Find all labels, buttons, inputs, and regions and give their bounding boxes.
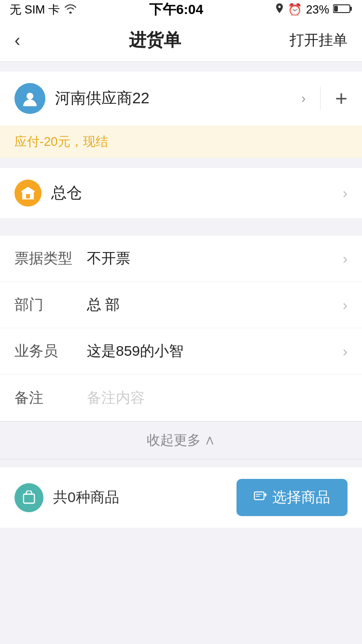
gap-2 (0, 158, 362, 168)
warehouse-icon (14, 180, 42, 207)
warehouse-name: 总仓 (51, 182, 343, 204)
product-bar: 共0种商品 选择商品 (0, 467, 362, 528)
svg-rect-2 (350, 7, 352, 11)
carrier-text: 无 SIM 卡 (10, 2, 60, 17)
page-title: 进货单 (129, 28, 181, 52)
svg-rect-6 (24, 494, 35, 503)
field-label-remarks: 备注 (14, 388, 82, 408)
field-label-invoice-type: 票据类型 (14, 249, 82, 268)
battery-icon (333, 3, 352, 16)
gap-1 (0, 62, 362, 71)
field-row-invoice-type[interactable]: 票据类型 不开票 › (0, 236, 362, 282)
svg-point-4 (27, 93, 33, 99)
field-label-salesperson: 业务员 (14, 341, 82, 361)
field-label-department: 部门 (14, 295, 82, 315)
wifi-icon (64, 3, 77, 16)
warehouse-section: 总仓 › (0, 168, 362, 218)
select-product-button[interactable]: 选择商品 (237, 479, 348, 516)
field-row-department[interactable]: 部门 总 部 › (0, 282, 362, 328)
status-time: 下午6:04 (149, 0, 203, 19)
product-count: 共0种商品 (53, 488, 237, 507)
svg-rect-5 (26, 194, 30, 198)
field-placeholder-remarks[interactable]: 备注内容 (82, 388, 348, 408)
supplier-row[interactable]: 河南供应商22 › + (0, 71, 362, 126)
field-row-salesperson[interactable]: 业务员 这是859的小智 › (0, 328, 362, 375)
svg-rect-3 (334, 6, 338, 12)
supplier-avatar (14, 83, 45, 114)
supplier-divider (320, 87, 320, 110)
nav-bar: ‹ 进货单 打开挂单 (0, 19, 362, 62)
notice-text: 应付-20元，现结 (14, 134, 108, 149)
field-chevron-department: › (343, 297, 348, 313)
product-icon (14, 483, 43, 512)
select-product-label: 选择商品 (272, 488, 330, 507)
svg-rect-7 (254, 492, 264, 500)
open-pending-button[interactable]: 打开挂单 (290, 30, 348, 50)
status-right: ⏰ 23% (275, 3, 352, 16)
fields-section: 票据类型 不开票 › 部门 总 部 › 业务员 这是859的小智 › 备注 备注… (0, 236, 362, 421)
gap-3 (0, 218, 362, 228)
field-value-department: 总 部 (82, 295, 343, 315)
status-left: 无 SIM 卡 (10, 2, 77, 17)
field-row-remarks[interactable]: 备注 备注内容 (0, 375, 362, 421)
notice-banner: 应付-20元，现结 (0, 126, 362, 158)
back-button[interactable]: ‹ (14, 30, 20, 51)
field-value-salesperson: 这是859的小智 (82, 341, 343, 361)
svg-point-0 (278, 6, 280, 8)
status-bar: 无 SIM 卡 下午6:04 ⏰ 23% (0, 0, 362, 19)
alarm-icon: ⏰ (288, 3, 302, 16)
location-icon (275, 3, 284, 16)
supplier-section: 河南供应商22 › + 应付-20元，现结 (0, 71, 362, 158)
battery-text: 23% (306, 3, 329, 16)
collapse-label: 收起更多 ∧ (147, 431, 216, 449)
warehouse-chevron-icon: › (343, 185, 348, 201)
select-product-icon (254, 490, 267, 505)
add-supplier-button[interactable]: + (335, 88, 348, 109)
field-chevron-salesperson: › (343, 343, 348, 360)
warehouse-row[interactable]: 总仓 › (0, 168, 362, 218)
field-chevron-invoice-type: › (343, 251, 348, 267)
supplier-chevron-icon: › (301, 91, 306, 106)
field-value-invoice-type: 不开票 (82, 249, 343, 268)
supplier-name: 河南供应商22 (55, 88, 301, 109)
page-background (0, 528, 362, 644)
collapse-button[interactable]: 收起更多 ∧ (0, 421, 362, 460)
